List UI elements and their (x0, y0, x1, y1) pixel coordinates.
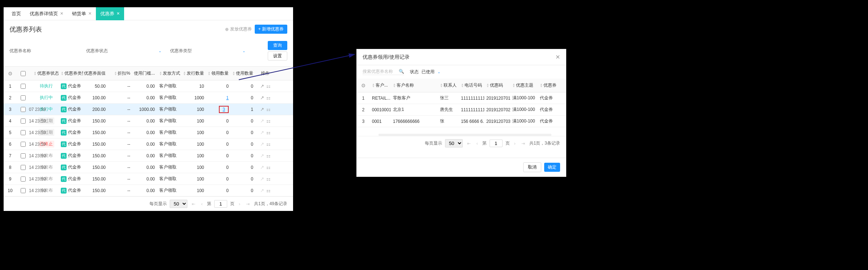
external-link-icon: ↗ (260, 165, 264, 170)
first-page-button[interactable]: ⇤ (466, 141, 472, 146)
table-row[interactable]: 6 14 23:59 已终止 代代金券 150.00 -- 0.00 客户领取 … (4, 138, 293, 150)
external-link-icon: ↗ (260, 176, 264, 182)
qr-icon[interactable]: ⚏ (266, 176, 271, 182)
external-link-icon[interactable]: ↗ (260, 83, 264, 89)
sort-icon[interactable]: ▲▼ (232, 71, 235, 76)
page-size-select[interactable]: 50 (170, 200, 187, 208)
qr-icon[interactable]: ⚏ (266, 141, 271, 147)
cancel-button[interactable]: 取消 (523, 162, 541, 172)
external-link-icon[interactable]: ↗ (260, 107, 264, 112)
prev-page-button[interactable]: ‹ (200, 202, 204, 207)
table-row[interactable]: 3 07 23:59 执行中 代代金券 200.00 -- 1000.00 客户… (4, 104, 293, 115)
modal-page-input[interactable] (490, 140, 503, 147)
last-page-button[interactable]: ⇥ (245, 202, 251, 207)
sort-icon[interactable]: ▲▼ (61, 71, 64, 76)
pager: 每页显示 50 ⇤ ‹ 第 页 › ⇥ 共1页，49条记录 (4, 196, 293, 211)
qr-icon[interactable]: ⚏ (266, 130, 271, 135)
table-row[interactable]: 2 执行中 代代金券 100.00 -- 0.00 客户领取 1000 1 0 … (4, 92, 293, 104)
sort-icon[interactable]: ▲▼ (159, 71, 162, 76)
row-checkbox[interactable] (21, 84, 26, 89)
table-row[interactable]: 9 14 23:59 待发布 代代金券 150.00 -- 0.00 客户领取 … (4, 173, 293, 185)
table-body: 1 待执行 代代金券 50.00 -- 0.00 客户领取 10 0 0 ↗⚏ … (4, 80, 293, 196)
prev-page-button[interactable]: ‹ (475, 141, 479, 146)
qr-icon[interactable]: ⚏ (266, 118, 271, 124)
modal-search[interactable]: 🔍 (363, 69, 404, 75)
filter-name-input[interactable] (34, 46, 77, 55)
issue-coupon-link[interactable]: ⊕ 发放优惠券 (225, 26, 252, 32)
tab[interactable]: 首页 (7, 7, 25, 20)
tab[interactable]: 优惠券详情页✕ (25, 7, 68, 20)
table-row[interactable]: 2 00010001 北京1 唐先生 11111111111 201912070… (357, 104, 566, 116)
filter-status-select[interactable]: ⌄ (111, 47, 161, 54)
claim-count-link[interactable]: 3 (223, 107, 225, 112)
external-link-icon: ↗ (260, 188, 264, 193)
gear-icon[interactable]: ⚙ (8, 71, 13, 76)
qr-icon[interactable]: ⚏ (266, 153, 271, 158)
modal-status-value[interactable]: 已使用 (422, 69, 435, 75)
chevron-down-icon: ⌄ (158, 49, 161, 53)
external-link-icon[interactable]: ↗ (260, 95, 264, 100)
search-icon[interactable]: 🔍 (399, 69, 404, 74)
filter-type-select[interactable]: ⌄ (195, 47, 245, 54)
chevron-down-icon[interactable]: ⌄ (437, 70, 440, 74)
qr-icon[interactable]: ⚏ (266, 83, 271, 89)
row-checkbox[interactable] (21, 130, 26, 135)
sort-icon[interactable]: ▲▼ (208, 71, 211, 76)
row-checkbox[interactable] (21, 153, 26, 158)
tab-bar: 首页优惠券详情页✕销货单✕优惠券✕ (4, 7, 293, 20)
modal-search-input[interactable] (363, 69, 399, 74)
modal-table-header: ⚙ ▲▼客户... ▲▼客户名称 ▲▼联系人 ▲▼电话号码 ▲▼优惠码 ▲▼优惠… (357, 79, 566, 92)
row-checkbox[interactable] (21, 188, 26, 193)
page-input[interactable] (214, 200, 227, 208)
close-icon[interactable]: ✕ (88, 11, 92, 16)
modal-status-label: 状态 (410, 69, 419, 75)
external-link-icon: ↗ (260, 141, 264, 147)
sort-icon[interactable]: ▲▼ (34, 71, 37, 76)
row-checkbox[interactable] (21, 176, 26, 182)
filter-type-label: 优惠券类型 (170, 48, 192, 54)
qr-icon[interactable]: ⚏ (266, 107, 271, 112)
table-row[interactable]: 10 14 23:59 待发布 代代金券 150.00 -- 0.00 客户领取… (4, 185, 293, 196)
confirm-button[interactable]: 确定 (544, 163, 560, 172)
table-row[interactable]: 5 14 23:59 已过期 代代金券 150.00 -- 0.00 客户领取 … (4, 127, 293, 138)
modal-table-body: 1 RETAIL... 零散客户 张三 11111111111 20191207… (357, 92, 566, 132)
table-row[interactable]: 7 14 23:59 待发布 代代金券 150.00 -- 0.00 客户领取 … (4, 150, 293, 162)
coupon-table: ⚙ ▲▼优惠券状态 ▲▼优惠券类型 ▲▼优惠券面值 ▲▼折扣% ▲▼使用门槛..… (4, 67, 293, 196)
modal-pager: 每页显示 50 ⇤ ‹ 第 页 › ⇥ 共1页，3条记录 (357, 136, 566, 150)
row-checkbox[interactable] (21, 165, 26, 170)
table-row[interactable]: 1 RETAIL... 零散客户 张三 11111111111 20191207… (357, 92, 566, 104)
first-page-button[interactable]: ⇤ (190, 202, 197, 207)
row-checkbox[interactable] (21, 107, 26, 112)
filter-name-label: 优惠券名称 (9, 48, 31, 54)
external-link-icon: ↗ (260, 130, 264, 135)
filter-bar: 优惠券名称 优惠券状态 ⌄ 优惠券类型 ⌄ 查询 设置 (4, 38, 293, 67)
close-icon[interactable]: ✕ (117, 11, 120, 16)
table-row[interactable]: 8 14 23:59 待发布 代代金券 150.00 -- 0.00 客户领取 … (4, 162, 293, 173)
select-all-checkbox[interactable] (21, 71, 26, 76)
claim-count-link[interactable]: 1 (226, 95, 229, 100)
row-checkbox[interactable] (21, 95, 26, 100)
add-coupon-button[interactable]: + 新增优惠券 (255, 25, 287, 34)
settings-button[interactable]: 设置 (268, 51, 287, 61)
table-row[interactable]: 3 0001 17666666666 张 156 6666 6... 20191… (357, 116, 566, 127)
sort-icon[interactable]: ▲▼ (114, 71, 117, 76)
table-row[interactable]: 1 待执行 代代金券 50.00 -- 0.00 客户领取 10 0 0 ↗⚏ (4, 80, 293, 92)
gear-icon[interactable]: ⚙ (361, 83, 366, 88)
row-checkbox[interactable] (21, 142, 26, 147)
last-page-button[interactable]: ⇥ (520, 141, 526, 146)
table-row[interactable]: 4 14 23:59 已过期 代代金券 150.00 -- 0.00 客户领取 … (4, 115, 293, 127)
row-checkbox[interactable] (21, 119, 26, 124)
sort-icon[interactable]: ▲▼ (132, 71, 133, 76)
modal-page-size-select[interactable]: 50 (445, 139, 463, 148)
tab[interactable]: 优惠券✕ (96, 7, 124, 20)
next-page-button[interactable]: › (237, 202, 242, 207)
next-page-button[interactable]: › (513, 141, 517, 146)
search-button[interactable]: 查询 (268, 41, 287, 50)
qr-icon[interactable]: ⚏ (266, 95, 271, 100)
sort-icon[interactable]: ▲▼ (183, 71, 186, 76)
qr-icon[interactable]: ⚏ (266, 188, 271, 193)
qr-icon[interactable]: ⚏ (266, 165, 271, 170)
close-icon[interactable]: ✕ (555, 54, 560, 61)
tab[interactable]: 销货单✕ (68, 7, 96, 20)
close-icon[interactable]: ✕ (60, 11, 63, 16)
